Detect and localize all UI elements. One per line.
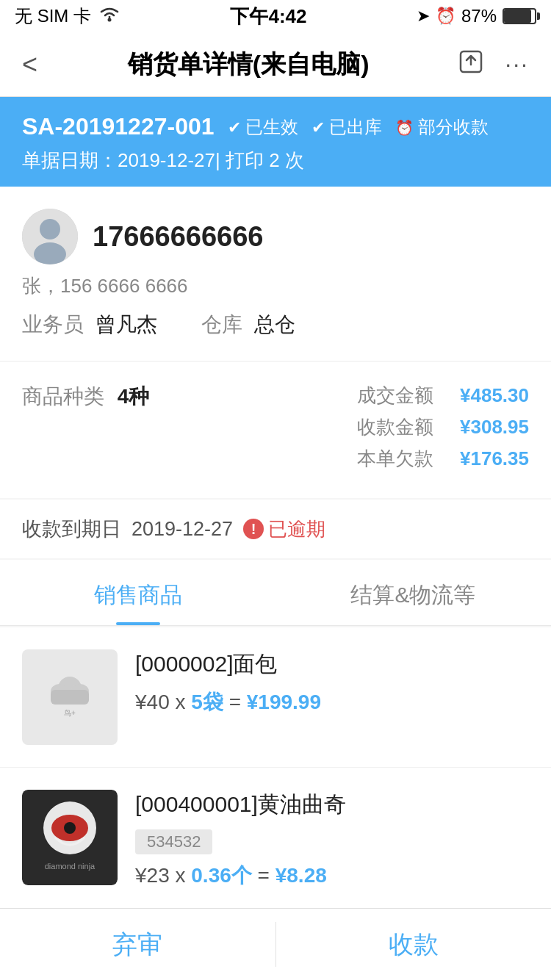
product-image-1: 鸟+ bbox=[22, 649, 118, 745]
sales-field: 业务员 曾凡杰 bbox=[22, 311, 157, 339]
product-item: 鸟+ [0000002]面包 ¥40 x 5袋 = ¥199.99 bbox=[0, 627, 551, 768]
product-name-2: [000400001]黄油曲奇 bbox=[135, 790, 529, 820]
overdue-text: 已逾期 bbox=[268, 516, 325, 542]
badge-partial: 部分收款 bbox=[395, 115, 489, 139]
svg-text:diamond ninja: diamond ninja bbox=[45, 862, 96, 871]
status-carrier: 无 SIM 卡 bbox=[15, 4, 120, 28]
customer-meta: 业务员 曾凡杰 仓库 总仓 bbox=[22, 311, 529, 339]
product-image-2: diamond ninja bbox=[22, 790, 118, 885]
nav-bar: < 销货单详情(来自电脑) ··· bbox=[0, 32, 551, 97]
status-bar: 无 SIM 卡 下午4:42 ➤ ⏰ 87% bbox=[0, 0, 551, 32]
cancel-button[interactable]: 弃审 bbox=[0, 909, 276, 980]
wifi-icon bbox=[98, 6, 120, 26]
badge-effective: 已生效 bbox=[228, 115, 298, 139]
debt-row: 本单欠款 ¥176.35 bbox=[357, 446, 529, 472]
product-list: 鸟+ [0000002]面包 ¥40 x 5袋 = ¥199.99 bbox=[0, 627, 551, 912]
overdue-icon: ! bbox=[243, 519, 264, 539]
nav-actions: ··· bbox=[459, 50, 529, 79]
alarm-icon: ⏰ bbox=[436, 7, 455, 26]
product-name-1: [0000002]面包 bbox=[135, 649, 529, 680]
bottom-bar: 弃审 收款 bbox=[0, 908, 551, 980]
order-header: SA-20191227-001 已生效 已出库 部分收款 单据日期：2019-1… bbox=[0, 97, 551, 187]
amount-row: 成交金额 ¥485.30 bbox=[357, 383, 529, 408]
customer-section: 17666666666 张，156 6666 6666 业务员 曾凡杰 仓库 总… bbox=[0, 187, 551, 361]
avatar bbox=[22, 209, 78, 264]
tabs-row: 销售商品 结算&物流等 bbox=[0, 560, 551, 626]
due-label: 收款到期日 bbox=[22, 516, 121, 542]
status-time: 下午4:42 bbox=[230, 4, 306, 29]
clock-icon bbox=[395, 117, 414, 137]
order-number: SA-20191227-001 bbox=[22, 113, 215, 140]
back-button[interactable]: < bbox=[22, 49, 37, 80]
product-info-1: [0000002]面包 ¥40 x 5袋 = ¥199.99 bbox=[135, 649, 529, 716]
financial-stats: 成交金额 ¥485.30 收款金额 ¥308.95 本单欠款 ¥176.35 bbox=[357, 383, 529, 478]
svg-rect-8 bbox=[51, 690, 89, 705]
product-type: 商品种类 4种 bbox=[22, 383, 149, 411]
tab-sales-products[interactable]: 销售商品 bbox=[0, 560, 276, 625]
carrier-text: 无 SIM 卡 bbox=[15, 4, 91, 28]
more-icon[interactable]: ··· bbox=[505, 51, 529, 78]
check-icon-2 bbox=[311, 117, 325, 137]
warehouse-field: 仓库 总仓 bbox=[201, 311, 295, 339]
svg-point-13 bbox=[64, 822, 76, 834]
due-date: 2019-12-27 bbox=[132, 518, 233, 541]
customer-contact: 张，156 6666 6666 bbox=[22, 273, 529, 299]
page-title: 销货单详情(来自电脑) bbox=[128, 48, 370, 82]
svg-point-0 bbox=[108, 18, 112, 22]
svg-point-3 bbox=[40, 219, 60, 239]
received-row: 收款金额 ¥308.95 bbox=[357, 414, 529, 440]
tabs-section: 销售商品 结算&物流等 bbox=[0, 560, 551, 626]
product-item-2: diamond ninja [000400001]黄油曲奇 534532 ¥23… bbox=[0, 768, 551, 912]
tab-settlement[interactable]: 结算&物流等 bbox=[276, 560, 551, 625]
product-info-2: [000400001]黄油曲奇 534532 ¥23 x 0.36个 = ¥8.… bbox=[135, 790, 529, 890]
badge-shipped: 已出库 bbox=[311, 115, 382, 139]
product-price-2: ¥23 x 0.36个 = ¥8.28 bbox=[135, 862, 529, 890]
customer-id: 17666666666 bbox=[93, 221, 263, 253]
overdue-badge: ! 已逾期 bbox=[243, 516, 325, 542]
battery-text: 87% bbox=[461, 6, 497, 26]
product-price-1: ¥40 x 5袋 = ¥199.99 bbox=[135, 688, 529, 716]
svg-text:鸟+: 鸟+ bbox=[64, 709, 76, 717]
product-tag-2: 534532 bbox=[135, 829, 212, 854]
share-icon[interactable] bbox=[459, 50, 483, 79]
confirm-button[interactable]: 收款 bbox=[276, 909, 552, 980]
due-date-section: 收款到期日 2019-12-27 ! 已逾期 bbox=[0, 500, 551, 558]
status-icons: ➤ ⏰ 87% bbox=[417, 6, 536, 26]
stats-section: 商品种类 4种 成交金额 ¥485.30 收款金额 ¥308.95 本单欠款 ¥… bbox=[0, 362, 551, 498]
location-icon: ➤ bbox=[417, 7, 430, 26]
battery-icon bbox=[503, 8, 536, 24]
check-icon-1 bbox=[228, 117, 241, 137]
order-date: 单据日期：2019-12-27| 打印 2 次 bbox=[22, 148, 529, 173]
